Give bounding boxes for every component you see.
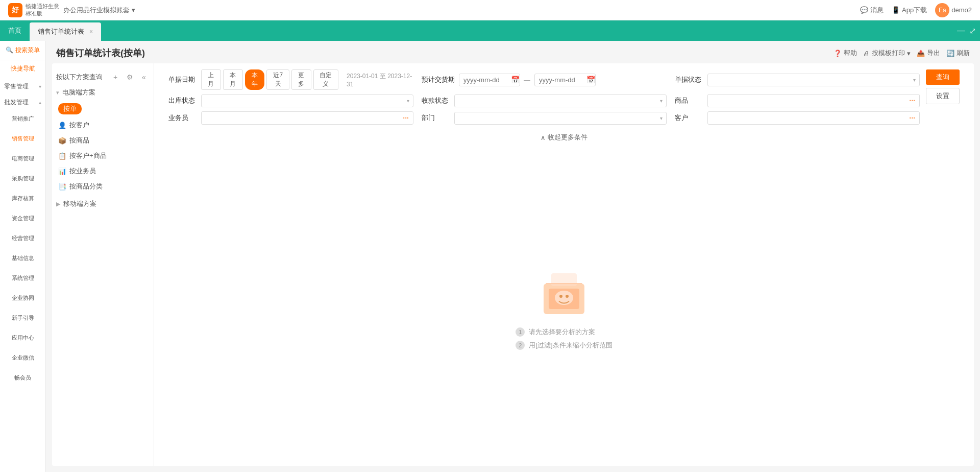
page-header: 销售订单统计表(按单) ❓ 帮助 🖨 按模板打印 ▾ 📤 导出 🔄 刷新 (46, 41, 980, 63)
content-area: 销售订单统计表(按单) ❓ 帮助 🖨 按模板打印 ▾ 📤 导出 🔄 刷新 (46, 41, 980, 472)
order-status-select[interactable] (707, 74, 920, 86)
date-btn-this-month[interactable]: 本月 (223, 69, 243, 90)
collapse-button[interactable]: ∧ 收起更多条件 (541, 133, 587, 142)
payment-status-select[interactable] (454, 95, 667, 107)
goods-dots-icon[interactable]: ··· (909, 97, 915, 105)
dept-label: 部门 (422, 113, 450, 123)
tree-item-by-customer-goods[interactable]: 📋 按客户+商品 (52, 148, 154, 163)
sidebar-item-ecommerce[interactable]: 电商管理 (0, 149, 45, 169)
panel-toolbar: + ⚙ « (110, 72, 150, 83)
filter-dept: 部门 ▾ (422, 112, 667, 125)
print-button[interactable]: 🖨 按模板打印 ▾ (863, 49, 911, 58)
logo-icon: 好 (8, 3, 22, 17)
shipment-status-select[interactable] (201, 95, 413, 107)
add-scheme-button[interactable]: + (110, 72, 121, 83)
chevron-up-icon: ▴ (39, 100, 41, 105)
sidebar: 🔍 搜索菜单 快捷导航 零售管理 ▾ 批发管理 ▴ 营销推广 销售管理 电商管理… (0, 41, 46, 472)
help-button[interactable]: ❓ 帮助 (834, 49, 857, 58)
breadcrumb[interactable]: 办公用品行业模拟账套 ▾ (63, 6, 135, 15)
sidebar-item-app-center[interactable]: 应用中心 (0, 328, 45, 348)
sidebar-item-retail[interactable]: 零售管理 ▾ (0, 77, 45, 93)
page-title: 销售订单统计表(按单) (56, 47, 145, 59)
dept-select[interactable] (454, 112, 667, 125)
delivery-date-start-wrap: 📅 (459, 74, 520, 86)
date-btn-more[interactable]: 更多 (291, 69, 311, 90)
sidebar-item-marketing[interactable]: 营销推广 (0, 109, 45, 129)
sidebar-item-new-user[interactable]: 新手引导 (0, 308, 45, 328)
print-arrow-icon: ▾ (907, 50, 911, 57)
sidebar-item-inventory[interactable]: 库存核算 (0, 188, 45, 208)
tab-close-icon[interactable]: × (89, 28, 93, 35)
sidebar-item-purchase[interactable]: 采购管理 (0, 169, 45, 188)
tip-2-number: 2 (516, 341, 525, 350)
minimize-icon[interactable]: — (957, 26, 965, 35)
settings-button[interactable]: 设置 (926, 88, 960, 104)
tip-1-number: 1 (516, 327, 525, 337)
tree-parent-mobile[interactable]: ▶ 移动端方案 (52, 196, 154, 211)
tree-item-by-salesperson[interactable]: 📊 按业务员 (52, 163, 154, 179)
sidebar-item-operation[interactable]: 经营管理 (0, 228, 45, 248)
top-bar-left: 好 畅捷通好生意 标准版 办公用品行业模拟账套 ▾ (8, 3, 135, 17)
date-btn-last-month[interactable]: 上月 (201, 69, 221, 90)
date-btn-custom[interactable]: 自定义 (313, 69, 338, 90)
sidebar-quick-nav[interactable]: 快捷导航 (0, 60, 45, 77)
tab-sales-order[interactable]: 销售订单统计表 × (30, 22, 101, 41)
collapse-panel-button[interactable]: « (138, 72, 150, 83)
sidebar-item-collaboration[interactable]: 企业协同 (0, 288, 45, 308)
payment-status-label: 收款状态 (422, 96, 450, 105)
date-dash: — (524, 76, 530, 84)
app-download-button[interactable]: 📱 App下载 (892, 6, 927, 15)
filter-order-status: 单据状态 ▾ (675, 74, 920, 86)
goods-input[interactable] (712, 97, 909, 105)
dept-select-wrap: ▾ (454, 112, 667, 125)
goods-scheme-icon: 📦 (58, 137, 66, 145)
tree-item-by-order[interactable]: 按单 (52, 100, 154, 117)
export-icon: 📤 (917, 50, 925, 57)
tree-parent-desktop[interactable]: ▾ 电脑端方案 (52, 85, 154, 100)
salesperson-dots-icon[interactable]: ··· (403, 114, 409, 122)
calendar-end-icon[interactable]: 📅 (586, 76, 595, 84)
refresh-button[interactable]: 🔄 刷新 (946, 49, 970, 58)
delivery-date-label: 预计交货期 (422, 75, 455, 84)
maximize-icon[interactable]: ⤢ (969, 26, 976, 36)
calendar-start-icon[interactable]: 📅 (511, 76, 520, 84)
shipment-status-label: 出库状态 (168, 96, 197, 105)
collapse-icon: ∧ (541, 134, 546, 141)
sidebar-item-system[interactable]: 系统管理 (0, 268, 45, 288)
tree-item-by-customer[interactable]: 👤 按客户 (52, 117, 154, 133)
settings-scheme-button[interactable]: ⚙ (124, 72, 135, 83)
sidebar-item-basic-info[interactable]: 基础信息 (0, 248, 45, 268)
empty-state: 1 请先选择要分析的方案 2 用[过滤]条件来缩小分析范围 (154, 152, 974, 466)
date-btn-this-year[interactable]: 本年 (245, 69, 265, 90)
sidebar-item-finance[interactable]: 资金管理 (0, 208, 45, 228)
message-button[interactable]: 💬 消息 (860, 6, 884, 15)
tab-home[interactable]: 首页 (0, 20, 30, 41)
customer-dots-icon[interactable]: ··· (909, 114, 915, 122)
chevron-down-icon: ▾ (39, 84, 41, 89)
page-actions: ❓ 帮助 🖨 按模板打印 ▾ 📤 导出 🔄 刷新 (834, 49, 970, 58)
customer-input-wrap: ··· (707, 111, 920, 125)
date-range-text: 2023-01-01 至 2023-12-31 (347, 72, 413, 88)
goods-label: 商品 (675, 96, 703, 105)
breadcrumb-arrow-icon: ▾ (132, 6, 135, 14)
empty-illustration (533, 268, 595, 319)
svg-point-3 (559, 295, 562, 298)
tree-item-by-goods[interactable]: 📦 按商品 (52, 133, 154, 148)
user-profile[interactable]: Ea demo2 (935, 3, 972, 17)
filter-payment-status: 收款状态 ▾ (422, 95, 667, 107)
salesperson-scheme-icon: 📊 (58, 168, 66, 175)
top-bar: 好 畅捷通好生意 标准版 办公用品行业模拟账套 ▾ 💬 消息 📱 App下载 E… (0, 0, 980, 20)
date-btn-7days[interactable]: 近7天 (266, 69, 289, 90)
customer-scheme-icon: 👤 (58, 122, 66, 129)
sidebar-item-wechat[interactable]: 企业微信 (0, 348, 45, 368)
filter-delivery-date: 预计交货期 📅 — 📅 (422, 74, 667, 86)
export-button[interactable]: 📤 导出 (917, 49, 940, 58)
sidebar-item-sales[interactable]: 销售管理 (0, 129, 45, 149)
sidebar-item-member[interactable]: 畅会员 (0, 368, 45, 388)
sidebar-search[interactable]: 🔍 搜索菜单 (0, 41, 45, 60)
sidebar-item-wholesale[interactable]: 批发管理 ▴ (0, 93, 45, 109)
salesperson-input[interactable] (206, 114, 403, 122)
customer-input[interactable] (712, 114, 909, 122)
query-button[interactable]: 查询 (926, 69, 960, 85)
tree-item-by-category[interactable]: 📑 按商品分类 (52, 179, 154, 194)
